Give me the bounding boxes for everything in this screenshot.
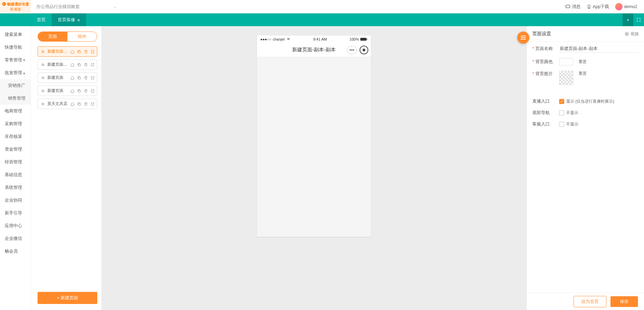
external-icon[interactable] [90,89,95,93]
pill-page[interactable]: 页面 [38,32,67,41]
app-download-link[interactable]: App下载 [587,4,609,10]
top-bar: ❻畅捷通好生意 标准版 办公用品行业模拟账套 ⌄ 消息 App下载 demo2 [0,0,644,13]
avatar [615,3,623,10]
nav-member[interactable]: 畅会员 [0,245,31,258]
chevron-down-icon: ▼ [22,58,26,62]
side-nav: 搜索菜单 快捷导航 零售管理▼ 批发管理▲ 营销推广 销售管理 电商管理 采购管… [0,26,31,310]
pill-component[interactable]: 组件 [67,32,97,41]
page-item-label: 昊天文具店 [47,101,68,107]
page-list-item[interactable]: 新建页面-副本-... [38,46,97,57]
video-link[interactable]: 视频 [625,31,639,37]
nav-inventory[interactable]: 库存核算 [0,130,31,143]
drag-icon[interactable] [41,89,45,93]
nav-system[interactable]: 系统管理 [0,181,31,194]
mobile-icon [587,4,591,9]
fullscreen-icon[interactable] [633,13,644,26]
home-icon[interactable] [70,75,75,80]
chevron-down-icon: ⌄ [113,4,117,9]
svg-rect-18 [78,90,80,92]
tab-close-all[interactable]: × [623,13,633,26]
svg-rect-10 [78,64,80,66]
copy-icon[interactable] [77,102,82,106]
page-list-item[interactable]: 新建页面 [38,86,97,96]
live-checkbox[interactable]: ✓ [559,99,564,104]
messages-link[interactable]: 消息 [565,4,581,10]
nav-base[interactable]: 基础信息 [0,168,31,181]
more-icon[interactable]: ••• [347,46,357,54]
external-icon[interactable] [90,62,95,67]
bg-color-swatch[interactable] [559,58,573,65]
chat-icon [565,4,571,9]
tab-bar: 首页 首页装修 × × [0,13,644,26]
delete-icon[interactable] [84,62,88,67]
page-list-item[interactable]: 昊天文具店 [38,99,97,109]
copy-icon[interactable] [77,75,82,80]
save-button[interactable]: 保存 [610,296,638,307]
bg-color-reset[interactable]: 重置 [579,59,587,65]
page-list-item[interactable]: 新建页面-副本 [38,59,97,70]
phone-preview: ●●●○○ chanjet 9:41 AM 100% [257,36,371,237]
nav-operation[interactable]: 经营管理 [0,156,31,168]
battery-icon [360,38,368,41]
svg-rect-24 [367,39,367,40]
target-icon[interactable] [360,46,368,54]
settings-panel: 页面设置 视频 *页面名称 *背景颜色 重置 *背景图片 重置 [527,26,644,310]
nav-quick[interactable]: 快捷导航 [0,41,31,54]
new-page-button[interactable]: + 新建页面 [38,292,97,304]
workspace-dropdown[interactable]: 办公用品行业模拟账套 ⌄ [36,4,117,10]
nav-cooperation[interactable]: 企业协同 [0,194,31,207]
brand-logo: ❻畅捷通好生意 标准版 [0,0,31,13]
drag-icon[interactable] [41,102,45,106]
wifi-icon [286,38,291,41]
service-checkbox[interactable] [559,122,564,127]
drag-icon[interactable] [41,49,45,54]
nav-appcenter[interactable]: 应用中心 [0,219,31,232]
nav-finance[interactable]: 资金管理 [0,143,31,156]
svg-rect-23 [360,38,366,41]
nav-retail[interactable]: 零售管理▼ [0,54,31,66]
page-item-label: 新建页面 [47,75,68,81]
delete-icon[interactable] [84,89,88,93]
nav-wholesale[interactable]: 批发管理▲ [0,66,31,79]
nav-wechat[interactable]: 企业微信 [0,232,31,245]
copy-icon[interactable] [77,62,82,67]
home-icon[interactable] [70,49,75,54]
tab-home[interactable]: 首页 [31,13,52,26]
external-icon[interactable] [90,102,95,106]
drag-icon[interactable] [41,75,45,80]
phone-title: 新建页面-副本-副本 [292,47,336,53]
nav-marketing[interactable]: 营销推广 [0,79,31,92]
tab-decorate[interactable]: 首页装修 × [52,13,86,26]
home-icon[interactable] [70,102,75,106]
drag-icon[interactable] [41,62,45,67]
page-item-label: 新建页面-副本 [47,62,68,67]
page-name-input[interactable] [559,45,639,53]
nav-search[interactable]: 搜索菜单 [0,28,31,41]
set-home-button[interactable]: 设为首页 [574,296,606,307]
svg-rect-22 [78,103,80,105]
bottomnav-checkbox[interactable] [559,110,564,115]
bg-image-reset[interactable]: 重置 [579,71,587,76]
external-icon[interactable] [90,75,95,80]
copy-icon[interactable] [77,49,82,54]
nav-guide[interactable]: 新手引导 [0,207,31,219]
delete-icon[interactable] [84,75,88,80]
bg-image-swatch[interactable] [559,71,573,85]
home-icon[interactable] [70,62,75,67]
svg-rect-6 [78,51,80,53]
nav-ecommerce[interactable]: 电商管理 [0,105,31,117]
nav-purchase[interactable]: 采购管理 [0,117,31,130]
delete-icon[interactable] [84,49,88,54]
panel-title: 页面设置 [532,31,551,37]
chevron-up-icon: ▲ [22,71,26,75]
nav-sales[interactable]: 销售管理 [0,92,31,105]
delete-icon[interactable] [84,102,88,106]
close-icon[interactable]: × [77,17,80,23]
menu-fab[interactable] [517,32,529,44]
page-list-item[interactable]: 新建页面 [38,72,97,83]
user-menu[interactable]: demo2 [615,3,637,10]
page-item-label: 新建页面-副本-... [47,49,68,54]
copy-icon[interactable] [77,89,82,93]
home-icon[interactable] [70,89,75,93]
external-icon[interactable] [90,49,95,54]
